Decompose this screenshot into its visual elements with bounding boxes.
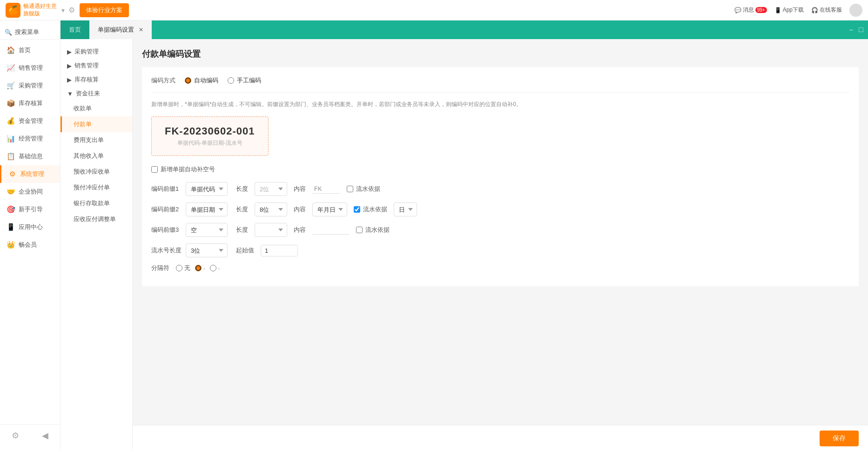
preview-box: FK-20230602-001 单据代码-单据日期-流水号 (151, 116, 269, 156)
prefix-row-1: 编码前缀1 单据代码 单据日期 空 长度 (151, 182, 849, 196)
message-btn[interactable]: 💬 消息 99+ (734, 6, 767, 14)
appcenter-icon: 📱 (7, 223, 15, 231)
sidebar-item-operation[interactable]: 📊 经营管理 (0, 130, 60, 148)
sep-none-radio[interactable]: 无 (176, 264, 190, 272)
subnav-arrow-sales: ▶ (67, 62, 72, 69)
subnav-group-capital[interactable]: ▼ 资金往来 (61, 87, 132, 101)
tab-close-btn[interactable]: ✕ (139, 27, 143, 33)
tab-home[interactable]: 首页 (61, 20, 89, 39)
sidebar-search[interactable]: 🔍 搜索菜单 (0, 25, 60, 40)
sub-nav: ▶ 采购管理 ▶ 销售管理 ▶ 库存核算 ▼ 资金往来 收款单 付款单 费用支出… (61, 39, 133, 451)
autofill-checkbox[interactable] (151, 166, 158, 173)
auto-encode-radio[interactable]: 自动编码 (185, 76, 218, 85)
autofill-row: 新增单据自动补空号 (151, 165, 849, 174)
sidebar-item-sales[interactable]: 📈 销售管理 (0, 59, 60, 77)
prefix-row-2: 编码前缀2 单据日期 单据代码 空 长度 (151, 202, 849, 216)
avatar[interactable] (849, 4, 862, 17)
sep-dot2-radio[interactable]: · (210, 265, 220, 272)
sidebar-item-basic[interactable]: 📋 基础信息 (0, 148, 60, 165)
sidebar-item-purchase[interactable]: 🛒 采购管理 (0, 77, 60, 94)
sidebar-item-member[interactable]: 👑 畅会员 (0, 236, 60, 254)
subnav-group-inventory[interactable]: ▶ 库存核算 (61, 73, 132, 87)
nav-dropdown-arrow[interactable]: ▾ (61, 7, 65, 14)
serial-len-select[interactable]: 3位 4位 5位 6位 (186, 243, 228, 257)
prefix1-label: 编码前缀1 (151, 185, 179, 193)
tab-bar-actions: － □ (848, 25, 868, 35)
system-icon: ⚙ (8, 170, 16, 178)
subnav-item-adjust[interactable]: 应收应付调整单 (61, 211, 132, 227)
prefix3-serial-follow-checkbox[interactable] (356, 227, 363, 233)
serial-len-select-wrapper: 3位 4位 5位 6位 (186, 243, 228, 257)
prefix1-serial-follow-checkbox[interactable] (347, 186, 353, 192)
sidebar-item-inventory[interactable]: 📦 库存核算 (0, 94, 60, 112)
info-text: 新增单据时，*单据编码*自动生成，不可编辑。前缀设置为部门、业务员等档案类。开单… (151, 100, 849, 109)
enterprise-icon: 🤝 (7, 188, 15, 196)
prefix1-serial-follow-label[interactable]: 流水依据 (347, 185, 380, 193)
sidebar-collapse-btn[interactable]: ◀ (38, 429, 52, 443)
industry-btn[interactable]: 体验行业方案 (80, 3, 129, 17)
sidebar-item-enterprise[interactable]: 🤝 企业协同 (0, 183, 60, 201)
nav-settings-icon[interactable]: ⚙ (68, 6, 75, 14)
subnav-item-bank[interactable]: 银行存取款单 (61, 195, 132, 211)
prefix2-len-label: 长度 (236, 205, 248, 214)
operation-icon: 📊 (7, 135, 15, 143)
app-download-btn[interactable]: 📱 App下载 (774, 6, 804, 14)
manual-encode-radio[interactable]: 手工编码 (228, 76, 261, 85)
subnav-group-sales[interactable]: ▶ 销售管理 (61, 59, 132, 73)
subnav-arrow-capital: ▼ (67, 90, 73, 97)
subnav-item-prepay-pay[interactable]: 预付冲应付单 (61, 180, 132, 195)
logo-icon: 🍊 (6, 3, 20, 18)
start-value-input[interactable] (261, 245, 298, 256)
encode-card: 编码方式 自动编码 手工编码 新增单据时，*单据编码*自动生成，不可编 (142, 67, 859, 286)
tab-serial-label: 单据编码设置 (98, 26, 134, 34)
subnav-group-purchase[interactable]: ▶ 采购管理 (61, 45, 132, 59)
prefix-row-3: 编码前缀3 空 单据代码 单据日期 长度 (151, 223, 849, 237)
sidebar-item-system[interactable]: ⚙ 系统管理 (0, 165, 60, 183)
sidebar-item-newbie[interactable]: 🎯 新手引导 (0, 201, 60, 218)
subnav-item-payment[interactable]: 付款单 (61, 116, 132, 132)
tab-minimize-btn[interactable]: － (848, 25, 855, 35)
prefix3-select[interactable]: 空 单据代码 单据日期 (186, 223, 228, 237)
prefix1-len-label: 长度 (236, 185, 248, 193)
tab-maximize-btn[interactable]: □ (859, 26, 863, 34)
search-icon: 🔍 (5, 29, 12, 36)
topbar: 🍊 畅通遇好生意 旗舰版 ▾ ⚙ 体验行业方案 💬 消息 99+ 📱 App下载… (0, 0, 868, 20)
prefix1-len-select[interactable]: 2位 4位 6位 (255, 182, 287, 196)
prefix3-label: 编码前缀3 (151, 226, 179, 234)
separator-options: 无 · · (176, 264, 220, 272)
prefix3-serial-follow-label[interactable]: 流水依据 (356, 226, 390, 234)
prefix2-len-wrapper: 8位 4位 6位 (255, 202, 287, 216)
encode-method-row: 编码方式 自动编码 手工编码 (151, 76, 849, 93)
sidebar-item-home[interactable]: 🏠 首页 (0, 41, 60, 59)
subnav-item-expense[interactable]: 费用支出单 (61, 132, 132, 148)
prefix2-serial-follow-label[interactable]: 流水依据 (354, 205, 387, 214)
sidebar: 🔍 搜索菜单 🏠 首页 📈 销售管理 🛒 采购管理 📦 库存核算 💰 资金管理 … (0, 20, 61, 451)
prefix2-select-wrapper: 单据日期 单据代码 空 (186, 202, 228, 216)
sidebar-settings-btn[interactable]: ⚙ (8, 429, 23, 443)
prefix2-select[interactable]: 单据日期 单据代码 空 (186, 202, 228, 216)
message-badge: 99+ (755, 7, 767, 13)
prefix3-len-select[interactable] (255, 223, 287, 237)
prefix3-content-input[interactable] (312, 225, 350, 235)
prefix1-content-input[interactable] (312, 184, 340, 194)
prefix2-len-select[interactable]: 8位 4位 6位 (255, 202, 287, 216)
subnav-item-other-income[interactable]: 其他收入单 (61, 148, 132, 164)
message-icon: 💬 (734, 7, 741, 13)
save-button[interactable]: 保存 (820, 431, 859, 446)
prefix1-select[interactable]: 单据代码 单据日期 空 (186, 182, 228, 196)
encode-method-label: 编码方式 (151, 76, 175, 85)
prefix2-serial-follow-checkbox[interactable] (354, 206, 360, 213)
app-logo: 🍊 畅通遇好生意 旗舰版 (6, 3, 57, 18)
headset-icon: 🎧 (811, 7, 818, 13)
subnav-item-receipt[interactable]: 收款单 (61, 101, 132, 116)
tab-serial-setting[interactable]: 单据编码设置 ✕ (89, 20, 152, 39)
autofill-checkbox-label[interactable]: 新增单据自动补空号 (151, 165, 215, 174)
sidebar-item-appcenter[interactable]: 📱 应用中心 (0, 218, 60, 236)
sidebar-item-finance[interactable]: 💰 资金管理 (0, 112, 60, 130)
prefix2-serial-unit-select[interactable]: 日 月 年 (394, 202, 417, 216)
online-service-btn[interactable]: 🎧 在线客服 (811, 6, 842, 14)
prefix3-content-label: 内容 (294, 226, 306, 234)
prefix2-content-select[interactable]: 年月日 年月 年 (312, 202, 347, 216)
sep-dot-radio[interactable]: · (195, 265, 205, 272)
subnav-item-prepay-recv[interactable]: 预收冲应收单 (61, 164, 132, 180)
